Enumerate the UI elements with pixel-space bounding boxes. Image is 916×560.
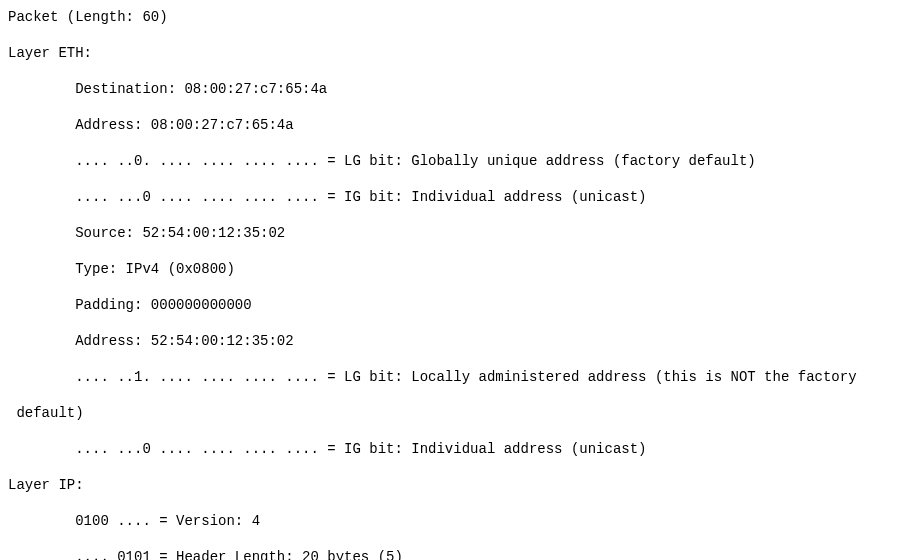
packet-dump: Packet (Length: 60) Layer ETH: Destinati… [0, 0, 916, 560]
eth-lg-bit-src: .... ..1. .... .... .... .... = LG bit: … [8, 368, 916, 386]
ip-version: 0100 .... = Version: 4 [8, 512, 916, 530]
packet-length: Packet (Length: 60) [8, 8, 916, 26]
eth-lg-bit-dest: .... ..0. .... .... .... .... = LG bit: … [8, 152, 916, 170]
layer-eth-title: Layer ETH: [8, 44, 916, 62]
eth-address-dest: Address: 08:00:27:c7:65:4a [8, 116, 916, 134]
layer-ip-title: Layer IP: [8, 476, 916, 494]
eth-source: Source: 52:54:00:12:35:02 [8, 224, 916, 242]
eth-type: Type: IPv4 (0x0800) [8, 260, 916, 278]
eth-lg-bit-src-cont: default) [8, 404, 916, 422]
eth-destination: Destination: 08:00:27:c7:65:4a [8, 80, 916, 98]
eth-ig-bit-src: .... ...0 .... .... .... .... = IG bit: … [8, 440, 916, 458]
ip-header-length: .... 0101 = Header Length: 20 bytes (5) [8, 548, 916, 560]
eth-address-src: Address: 52:54:00:12:35:02 [8, 332, 916, 350]
eth-padding: Padding: 000000000000 [8, 296, 916, 314]
eth-ig-bit-dest: .... ...0 .... .... .... .... = IG bit: … [8, 188, 916, 206]
